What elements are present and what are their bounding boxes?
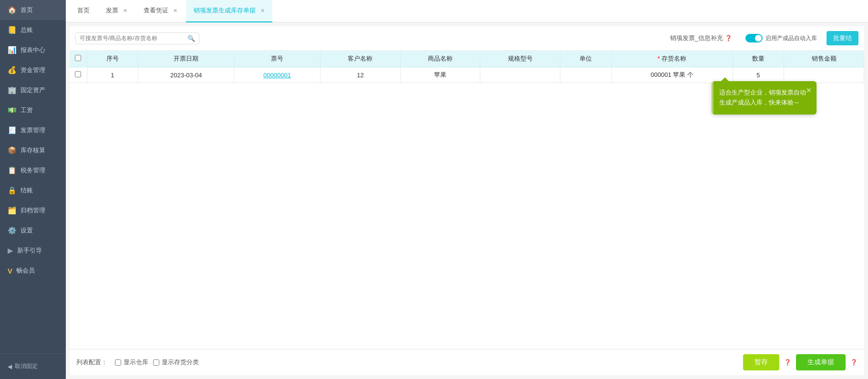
sidebar-item-tax-label: 税务管理 <box>21 166 45 175</box>
table-row: 1 2023-03-04 00000001 12 苹果 000001 苹果 个 … <box>70 67 864 83</box>
sidebar-item-funds[interactable]: 💰 资金管理 <box>0 60 66 80</box>
sidebar-item-archive-label: 归档管理 <box>21 206 45 215</box>
show-category-label[interactable]: 显示存货分类 <box>153 358 199 367</box>
sidebar-item-payroll[interactable]: 💵 工资 <box>0 100 66 120</box>
sidebar-item-member[interactable]: V 畅会员 <box>0 261 66 281</box>
tab-invoice-close[interactable]: ✕ <box>123 8 127 14</box>
search-box[interactable]: 🔍 <box>75 32 199 44</box>
toggle-label: 启用产成品自动入库 <box>765 34 817 42</box>
sidebar-item-member-label: 畅会员 <box>16 266 35 275</box>
tab-generate-close[interactable]: ✕ <box>260 8 265 14</box>
sidebar-item-closing[interactable]: 🔒 结账 <box>0 180 66 200</box>
sidebar-item-inventory-label: 库存核算 <box>21 146 45 155</box>
payroll-icon: 💵 <box>8 106 17 115</box>
sidebar-item-guide[interactable]: ▶ 新手引导 <box>0 241 66 261</box>
undo-icon: ◀ <box>8 363 12 370</box>
row-checkbox[interactable] <box>75 71 81 77</box>
tooltip-text: 适合生产型企业，销项发票自动生成产成品入库，快来体验～ <box>719 89 806 106</box>
save-button[interactable]: 暂存 <box>743 354 779 370</box>
generate-button[interactable]: 生成单据 <box>796 354 846 370</box>
row-unit <box>560 67 611 83</box>
info-text: 销项发票_信息补充 <box>670 34 723 42</box>
sidebar-item-reports-label: 报表中心 <box>21 46 45 54</box>
batch-button[interactable]: 批量结 <box>827 31 858 45</box>
sidebar-item-home[interactable]: 🏠 首页 <box>0 0 66 20</box>
sidebar-item-assets[interactable]: 🏢 固定资产 <box>0 80 66 100</box>
tab-invoice[interactable]: 发票 ✕ <box>98 0 135 22</box>
select-all-checkbox[interactable] <box>75 55 81 61</box>
config-label: 列表配置： <box>76 358 107 367</box>
tab-bar: 首页 发票 ✕ 查看凭证 ✕ 销项发票生成库存单据 ✕ <box>66 0 868 22</box>
row-seq: 1 <box>87 67 138 83</box>
sidebar-item-reports[interactable]: 📊 报表中心 <box>0 40 66 60</box>
table-header-product: 商品名称 <box>400 51 480 67</box>
sidebar-item-settings[interactable]: ⚙️ 设置 <box>0 221 66 241</box>
tab-generate-label: 销项发票生成库存单据 <box>194 6 256 15</box>
row-quantity: 5 <box>733 67 784 83</box>
table-header-quantity: 数量 <box>733 51 784 67</box>
tab-home[interactable]: 首页 <box>70 0 97 22</box>
bottom-bar: 列表配置： 显示仓库 显示存货分类 暂存 ❓ 生成单据 ❓ <box>70 349 864 375</box>
row-inventory[interactable]: 000001 苹果 个 <box>611 67 733 83</box>
sidebar-item-archive[interactable]: 🗂️ 归档管理 <box>0 200 66 221</box>
show-category-text: 显示存货分类 <box>162 358 199 367</box>
info-question-icon[interactable]: ❓ <box>725 35 732 42</box>
sidebar-item-tax[interactable]: 📋 税务管理 <box>0 160 66 180</box>
auto-warehouse-toggle[interactable] <box>745 34 763 42</box>
action-buttons: 暂存 ❓ 生成单据 ❓ <box>743 354 858 370</box>
table-header-customer: 客户名称 <box>320 51 401 67</box>
tab-voucher-close[interactable]: ✕ <box>173 8 177 14</box>
data-table: 序号 开票日期 票号 客户名称 商品名称 规格型号 单位 存货名称 数量 销售金… <box>70 51 864 83</box>
sidebar-item-payroll-label: 工资 <box>21 106 33 115</box>
sidebar-item-settings-label: 设置 <box>21 226 33 235</box>
undo-pin-label: 取消固定 <box>15 362 38 370</box>
archive-icon: 🗂️ <box>8 206 17 215</box>
sidebar-item-guide-label: 新手引导 <box>17 246 42 255</box>
tab-voucher-label: 查看凭证 <box>144 6 168 15</box>
tab-invoice-label: 发票 <box>106 6 118 15</box>
inventory-icon: 📦 <box>8 146 17 155</box>
tab-home-label: 首页 <box>77 6 90 15</box>
sidebar-bottom: ◀ 取消固定 <box>0 353 66 379</box>
table-header-inventory: 存货名称 <box>611 51 733 67</box>
sidebar: 🏠 首页 📒 总账 📊 报表中心 💰 资金管理 🏢 固定资产 💵 工资 🧾 发票… <box>0 0 66 379</box>
tooltip-popup: ✕ 适合生产型企业，销项发票自动生成产成品入库，快来体验～ <box>712 81 816 115</box>
guide-icon: ▶ <box>8 246 13 255</box>
tab-generate[interactable]: 销项发票生成库存单据 ✕ <box>186 0 272 22</box>
ledger-icon: 📒 <box>8 26 17 34</box>
show-warehouse-checkbox[interactable] <box>115 359 121 366</box>
reports-icon: 📊 <box>8 46 17 54</box>
sidebar-item-inventory[interactable]: 📦 库存核算 <box>0 140 66 160</box>
tax-icon: 📋 <box>8 166 17 175</box>
row-amount <box>784 67 864 83</box>
show-warehouse-label[interactable]: 显示仓库 <box>115 358 148 367</box>
generate-help-icon[interactable]: ❓ <box>850 359 858 366</box>
toggle-group: 启用产成品自动入库 <box>745 34 817 42</box>
show-category-checkbox[interactable] <box>153 359 159 366</box>
tooltip-bar <box>712 81 713 115</box>
sidebar-item-home-label: 首页 <box>21 6 33 14</box>
main-content: 首页 发票 ✕ 查看凭证 ✕ 销项发票生成库存单据 ✕ 🔍 销项发票_信息补充 … <box>66 0 868 379</box>
member-icon: V <box>8 267 12 275</box>
search-icon: 🔍 <box>187 35 195 42</box>
undo-pin-button[interactable]: ◀ 取消固定 <box>0 358 66 375</box>
sidebar-item-ledger[interactable]: 📒 总账 <box>0 20 66 40</box>
search-input[interactable] <box>80 35 185 42</box>
table-header-ticket: 票号 <box>234 51 320 67</box>
invoices-icon: 🧾 <box>8 126 17 135</box>
assets-icon: 🏢 <box>8 86 17 95</box>
sidebar-item-invoices[interactable]: 🧾 发票管理 <box>0 120 66 140</box>
info-label: 销项发票_信息补充 ❓ <box>670 34 732 42</box>
row-customer: 12 <box>320 67 401 83</box>
sidebar-item-assets-label: 固定资产 <box>21 86 45 95</box>
tab-voucher[interactable]: 查看凭证 ✕ <box>136 0 185 22</box>
table-header-seq: 序号 <box>87 51 138 67</box>
tooltip-close-icon[interactable]: ✕ <box>806 85 812 95</box>
closing-icon: 🔒 <box>8 186 17 195</box>
save-help-icon[interactable]: ❓ <box>784 359 791 366</box>
table-header-checkbox <box>70 51 87 67</box>
toolbar: 🔍 销项发票_信息补充 ❓ 启用产成品自动入库 批量结 <box>70 26 864 51</box>
table-header-date: 开票日期 <box>138 51 234 67</box>
content-card: 🔍 销项发票_信息补充 ❓ 启用产成品自动入库 批量结 序 <box>70 26 864 375</box>
row-ticket-no[interactable]: 00000001 <box>234 67 320 83</box>
